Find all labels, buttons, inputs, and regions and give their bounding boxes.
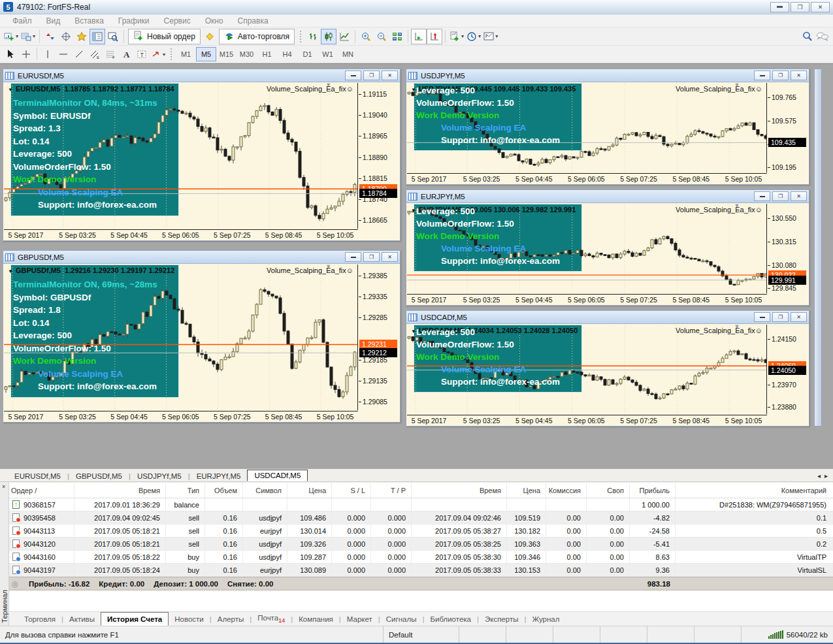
title-bar[interactable]: 5 479102: FortFS-Real ❐ ✕ xyxy=(0,0,833,14)
terminal-tab-0[interactable]: Торговля xyxy=(18,614,61,624)
equidistant-channel-button[interactable]: E xyxy=(87,46,103,62)
menu-item-Графики[interactable]: Графики xyxy=(111,16,157,25)
window-restore-button[interactable]: ❐ xyxy=(772,71,789,80)
table-row[interactable]: ↑903681572017.09.01 18:36:29balance1 000… xyxy=(9,498,833,511)
terminal-tab-8[interactable]: Сигналы xyxy=(380,614,423,624)
data-window-button[interactable] xyxy=(58,29,74,44)
window-restore-button[interactable]: ❐ xyxy=(363,71,380,80)
timeframe-M1[interactable]: M1 xyxy=(176,47,196,61)
menu-item-Файл[interactable]: Файл xyxy=(5,16,39,25)
column-header-7[interactable]: T / P xyxy=(371,483,412,498)
column-header-8[interactable]: Время xyxy=(412,483,507,498)
tile-windows-button[interactable] xyxy=(389,29,405,44)
horizontal-line-button[interactable] xyxy=(56,46,71,62)
window-minimize-button[interactable] xyxy=(345,252,361,262)
profiles-button[interactable]: ▾ xyxy=(20,29,37,44)
column-header-10[interactable]: Комиссия xyxy=(546,483,587,498)
column-header-9[interactable]: Цена xyxy=(507,483,546,498)
favorites-button[interactable] xyxy=(74,29,90,44)
tab-scroll-right-icon[interactable]: ▸ xyxy=(825,472,828,479)
column-header-4[interactable]: Символ xyxy=(243,483,287,498)
terminal-tab-9[interactable]: Библиотека xyxy=(424,614,477,624)
crosshair-button[interactable] xyxy=(18,46,34,62)
bar-chart-button[interactable] xyxy=(305,29,321,44)
chart-window-titlebar[interactable]: USDCADf,M5❐✕ xyxy=(406,311,809,324)
terminal-tab-10[interactable]: Эксперты xyxy=(479,614,524,624)
column-header-11[interactable]: Своп xyxy=(587,483,630,498)
arrows-button[interactable]: ▾ xyxy=(150,46,167,62)
market-watch-panel-button[interactable] xyxy=(90,29,105,44)
chart-tab-gbpusdf[interactable]: GBPUSDf,M5 xyxy=(69,471,129,481)
history-header-row[interactable]: Ордер /ВремяТипОбъемСимволЦенаS / LT / P… xyxy=(9,483,833,498)
timeframe-W1[interactable]: W1 xyxy=(318,47,338,61)
window-restore-button[interactable]: ❐ xyxy=(772,312,789,322)
chart-shift-button[interactable] xyxy=(427,29,442,44)
minimize-button[interactable] xyxy=(770,2,789,12)
zoom-out-button[interactable] xyxy=(374,29,389,44)
terminal-tab-1[interactable]: Активы xyxy=(63,614,101,624)
chart-plot[interactable]: ▼▼GBPUSDf,M5 1.29216 1.29230 1.29197 1.2… xyxy=(4,265,358,410)
zoom-in-button[interactable] xyxy=(358,29,374,44)
indicators-button[interactable]: ▾ xyxy=(448,29,465,44)
timeframe-M15[interactable]: M15 xyxy=(216,47,237,61)
window-minimize-button[interactable] xyxy=(754,312,770,322)
auto-scroll-button[interactable] xyxy=(411,29,427,44)
terminal-tab-3[interactable]: Новости xyxy=(169,614,210,624)
new-order-button[interactable]: Новый ордер xyxy=(128,29,201,44)
table-row[interactable]: 904431132017.09.05 05:18:21sell0.16eurjp… xyxy=(9,524,833,538)
column-header-13[interactable]: Комментарий xyxy=(676,483,833,498)
text-button[interactable]: A xyxy=(118,46,134,62)
column-header-0[interactable]: Ордер / xyxy=(9,483,74,498)
status-profile[interactable]: Default xyxy=(383,626,459,643)
window-close-button[interactable]: ✕ xyxy=(791,71,807,80)
chart-plot[interactable]: ▼▼EURJPYf,M5 130.005 130.006 129.982 129… xyxy=(407,204,767,293)
chat-button[interactable] xyxy=(815,29,830,44)
column-header-5[interactable]: Цена xyxy=(287,483,332,498)
window-minimize-button[interactable] xyxy=(345,71,361,80)
window-close-button[interactable]: ✕ xyxy=(791,191,807,201)
vertical-line-button[interactable] xyxy=(40,46,56,62)
candlestick-chart-button[interactable] xyxy=(321,29,336,44)
table-row[interactable]: 904431972017.09.05 05:18:24buy0.16eurjpy… xyxy=(9,564,833,577)
table-row[interactable]: 904431202017.09.05 05:18:21sell0.16usdjp… xyxy=(9,538,833,551)
chart-tab-usdcadf[interactable]: USDCADf,M5 xyxy=(247,470,308,481)
autotrading-button[interactable]: Авто-торговля xyxy=(219,29,295,44)
trendline-button[interactable] xyxy=(71,46,87,62)
column-header-6[interactable]: S / L xyxy=(332,483,371,498)
chart-tab-eurjpyf[interactable]: EURJPYf,M5 xyxy=(190,471,248,481)
window-minimize-button[interactable] xyxy=(754,71,770,80)
column-header-2[interactable]: Тип xyxy=(166,483,205,498)
navigator-button[interactable] xyxy=(105,29,121,44)
chart-window-titlebar[interactable]: EURJPYf,M5❐✕ xyxy=(406,190,809,203)
terminal-tab-4[interactable]: Алерты xyxy=(212,614,250,624)
window-close-button[interactable]: ✕ xyxy=(791,312,807,322)
timeframe-D1[interactable]: D1 xyxy=(297,47,318,61)
window-close-button[interactable]: ✕ xyxy=(382,71,398,80)
close-button[interactable]: ✕ xyxy=(811,2,830,12)
column-header-3[interactable]: Объем xyxy=(205,483,243,498)
terminal-tab-11[interactable]: Журнал xyxy=(526,614,565,624)
metaeditor-button[interactable] xyxy=(202,29,218,44)
timeframe-M5[interactable]: M5 xyxy=(196,47,216,61)
chart-window-titlebar[interactable]: EURUSDf,M5❐✕ xyxy=(3,69,400,82)
text-label-button[interactable]: T xyxy=(134,46,150,62)
line-chart-button[interactable] xyxy=(336,29,352,44)
templates-button[interactable]: ▾ xyxy=(482,29,499,44)
terminal-tab-6[interactable]: Компания xyxy=(293,614,339,624)
menu-item-Сервис[interactable]: Сервис xyxy=(157,16,198,25)
terminal-close-icon[interactable]: × xyxy=(2,483,5,490)
window-restore-button[interactable]: ❐ xyxy=(772,191,789,201)
chart-tab-usdjpyf[interactable]: USDJPYf,M5 xyxy=(131,471,188,481)
chart-window-titlebar[interactable]: USDJPYf,M5❐✕ xyxy=(406,69,809,82)
periods-button[interactable]: ▾ xyxy=(465,29,482,44)
search-button[interactable] xyxy=(799,29,815,44)
timeframe-H4[interactable]: H4 xyxy=(277,47,297,61)
tab-scroll-left-icon[interactable]: ◂ xyxy=(817,472,821,479)
terminal-tab-7[interactable]: Маркет xyxy=(341,614,378,624)
column-header-1[interactable]: Время xyxy=(74,483,166,498)
window-minimize-button[interactable] xyxy=(754,191,770,201)
chart-plot[interactable]: ▼▼EURUSDf,M5 1.18785 1.18792 1.18771 1.1… xyxy=(4,83,358,229)
timeframe-M30[interactable]: M30 xyxy=(237,47,257,61)
menu-item-Вставка[interactable]: Вставка xyxy=(67,16,111,25)
terminal-tab-2[interactable]: История Счета xyxy=(101,612,169,626)
